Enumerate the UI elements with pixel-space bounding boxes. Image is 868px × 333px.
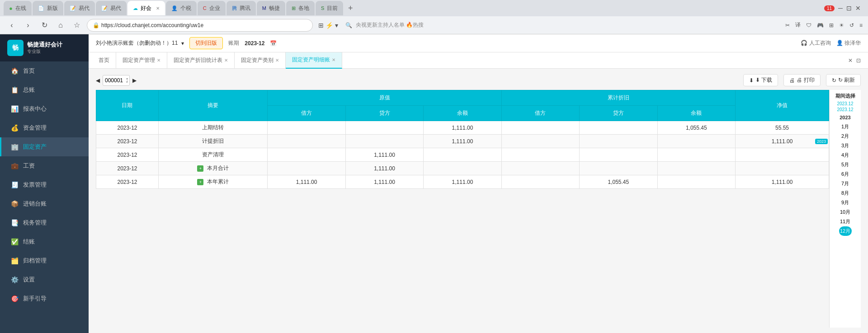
headset-icon: 🎧	[801, 40, 807, 46]
browser-tab-gesui[interactable]: 👤 个税	[166, 1, 197, 15]
sidebar-item-home[interactable]: 🏠 首页	[0, 61, 89, 80]
shield-icon[interactable]: 🛡	[806, 22, 811, 28]
download-button[interactable]: ⬇ ⬇ 下载	[743, 74, 778, 86]
th-summary: 摘要	[158, 90, 267, 121]
sidebar-item-report[interactable]: 📊 报表中心	[0, 99, 89, 118]
qr-icon[interactable]: ⊞	[318, 22, 324, 29]
history-icon[interactable]: ↺	[849, 22, 854, 28]
month-4[interactable]: 4月	[839, 150, 852, 160]
browser-tab-new[interactable]: 📄 新版	[33, 1, 63, 15]
month-3[interactable]: 3月	[839, 141, 852, 150]
tab-panel-close[interactable]: ✕	[848, 57, 853, 64]
bookmark-button[interactable]: ☆	[71, 19, 83, 32]
pagination-control: ◀ ▶	[96, 75, 137, 86]
row5-acc-credit: 1,055.45	[580, 175, 657, 189]
browser-tab-gedi[interactable]: ⊞ 各地	[286, 1, 315, 15]
browser-tab-muqian[interactable]: S 目前	[316, 1, 343, 15]
month-11[interactable]: 11月	[839, 217, 852, 226]
sidebar-item-ledger[interactable]: 📋 总账	[0, 80, 89, 99]
sidebar-item-archive[interactable]: 🗂️ 归档管理	[0, 251, 89, 270]
month-8[interactable]: 8月	[839, 188, 852, 198]
account-info: 刘小艳演示账套（勿删勿动！）11 ▾	[96, 39, 184, 47]
right-period-panel: 期间选择 2023.12 2023.12 2023 1月 2月 3月 4月 5月…	[829, 90, 861, 328]
game-icon[interactable]: 🎮	[817, 22, 824, 28]
row2-orig-debit	[268, 135, 345, 148]
browser-tab-tencent[interactable]: 腾 腾讯	[226, 1, 256, 15]
dropdown-arrow[interactable]: ▾	[181, 40, 184, 47]
sun-icon[interactable]: ☀	[839, 22, 844, 28]
sidebar-logo: 畅 畅捷通好会计 专业版	[0, 34, 89, 61]
tab-count-badge: 11	[824, 5, 835, 11]
back-button[interactable]: ‹	[5, 19, 18, 32]
th-net-value: 净值	[736, 90, 829, 121]
switch-version-button[interactable]: 切到旧版	[189, 37, 223, 49]
print-button[interactable]: 🖨 🖨 打印	[783, 74, 820, 86]
sidebar-item-fund[interactable]: 💰 资金管理	[0, 118, 89, 137]
annual-tag: +	[197, 179, 203, 185]
month-6[interactable]: 6月	[839, 169, 852, 179]
row3-net-value	[736, 148, 829, 162]
month-9[interactable]: 9月	[839, 198, 852, 207]
tab-home[interactable]: 首页	[92, 52, 116, 69]
browser-tab-qiye[interactable]: C 企业	[198, 1, 226, 15]
browser-tab-yidai2[interactable]: 📝 易代	[96, 1, 127, 15]
refresh-button[interactable]: ↻	[38, 19, 51, 32]
window-minimize[interactable]: ─	[838, 5, 843, 12]
sidebar-item-settlement[interactable]: ✅ 结账	[0, 232, 89, 251]
tab-close-cat[interactable]: ✕	[275, 58, 279, 63]
consult-button[interactable]: 🎧 人工咨询	[801, 39, 830, 47]
row3-acc-debit	[501, 148, 579, 162]
tab-close-mgmt[interactable]: ✕	[157, 58, 160, 63]
translate-icon[interactable]: 译	[795, 21, 801, 29]
sidebar-item-fixed[interactable]: 🏢 固定资产	[0, 137, 89, 156]
tab-close-detail[interactable]: ✕	[332, 57, 335, 62]
next-page-button[interactable]: ▶	[132, 77, 137, 84]
browser-tab-haohui[interactable]: ☁ 好会 ✕	[127, 1, 165, 15]
forward-button[interactable]: ›	[22, 19, 34, 32]
lightning-icon[interactable]: ⚡	[326, 22, 333, 29]
refresh-data-button[interactable]: ↻ ↻ 刷新	[826, 74, 861, 86]
scissors-icon[interactable]: ✂	[785, 22, 790, 28]
row2-summary: 计提折旧	[158, 135, 267, 148]
row2-acc-debit	[501, 135, 579, 148]
tab-fixed-asset-cat[interactable]: 固定资产类别 ✕	[235, 52, 286, 69]
address-input[interactable]: 🔒 https://cloud.chanjet.com/accounting/u…	[87, 19, 313, 32]
tab-panel-expand[interactable]: ⊡	[856, 57, 861, 64]
month-10[interactable]: 10月	[839, 207, 852, 217]
prev-page-button[interactable]: ◀	[96, 77, 100, 84]
sidebar-item-inventory[interactable]: 📦 进销台账	[0, 194, 89, 213]
sidebar-item-invoice[interactable]: 🧾 发票管理	[0, 175, 89, 194]
browser-tab-online[interactable]: ● 在线	[4, 1, 32, 15]
page-input[interactable]	[103, 75, 130, 86]
new-tab-button[interactable]: +	[344, 2, 357, 14]
settlement-icon: ✅	[10, 238, 19, 246]
user-avatar[interactable]: 👤 徐泽华	[836, 39, 861, 47]
dropdown-icon[interactable]: ▾	[335, 22, 338, 29]
browser-tab-bar: ● 在线 📄 新版 📝 易代 📝 易代 ☁ 好会 ✕ 👤 个税 C 企业 腾 腾…	[0, 0, 868, 16]
tab-fixed-asset-mgmt[interactable]: 固定资产管理 ✕	[116, 52, 167, 69]
tab-close-depreciation[interactable]: ✕	[224, 58, 228, 63]
browser-tab-changjie[interactable]: M 畅捷	[257, 1, 285, 15]
account-name: 刘小艳演示账套（勿删勿动！）11	[96, 39, 178, 47]
sidebar-item-guide[interactable]: 🎯 新手引导	[0, 289, 89, 308]
row4-date: 2023-12	[96, 162, 159, 175]
menu-icon[interactable]: ≡	[859, 22, 863, 28]
home-button[interactable]: ⌂	[54, 19, 67, 32]
sidebar-item-settings[interactable]: ⚙️ 设置	[0, 270, 89, 289]
month-5[interactable]: 5月	[839, 160, 852, 169]
window-maximize[interactable]: ⊡	[846, 5, 852, 12]
calendar-icon[interactable]: 📅	[270, 40, 277, 47]
row5-orig-debit: 1,111.00	[268, 175, 345, 189]
browser-tab-yidai1[interactable]: 📝 易代	[64, 1, 95, 15]
month-2[interactable]: 2月	[839, 131, 852, 141]
window-close[interactable]: ✕	[855, 5, 861, 12]
tab-close-haohui[interactable]: ✕	[156, 6, 160, 11]
sidebar-item-tax[interactable]: 📑 税务管理	[0, 213, 89, 232]
month-12[interactable]: 12月	[839, 226, 852, 236]
tab-fixed-asset-detail[interactable]: 固定资产明细账 ✕	[286, 52, 342, 69]
month-1[interactable]: 1月	[839, 122, 852, 131]
tab-depreciation-stat[interactable]: 固定资产折旧统计表 ✕	[167, 52, 235, 69]
sidebar-item-payroll[interactable]: 💼 工资	[0, 156, 89, 175]
grid-icon[interactable]: ⊞	[829, 22, 834, 28]
month-7[interactable]: 7月	[839, 179, 852, 188]
